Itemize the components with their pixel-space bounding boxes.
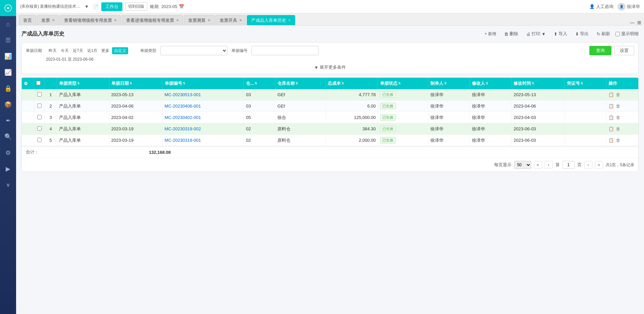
sidebar-item-analysis[interactable]: 📈 — [0, 64, 16, 80]
row-checkbox-2[interactable] — [37, 104, 42, 108]
row-number-link-5[interactable]: MC-20230319-001 — [165, 138, 201, 143]
row-number-link-4[interactable]: MC-20230319-002 — [165, 126, 201, 131]
sidebar-item-doc[interactable]: ☰ — [0, 32, 16, 48]
switch-version-btn[interactable]: 切到旧版 — [125, 2, 147, 11]
row-number-3[interactable]: MC-20230402-001 — [162, 112, 244, 123]
row-number-2[interactable]: MC-20230406-001 — [162, 101, 244, 112]
row-delete-icon-3[interactable]: 🗑 — [616, 115, 620, 120]
page-first-btn[interactable]: « — [534, 161, 542, 169]
export-btn[interactable]: ⬇ 导出 — [573, 29, 591, 38]
th-number[interactable]: 单据编号 ⇅ — [162, 78, 244, 89]
company-dropdown-btn[interactable]: ▼ — [83, 3, 90, 10]
tab-check-sales-vat-close[interactable]: ✕ — [114, 18, 117, 22]
user-menu[interactable]: 👤 徐泽华 — [618, 3, 640, 11]
row-number-1[interactable]: MC-20230513-001 — [162, 89, 244, 101]
row-edit-icon-1[interactable]: 📋 — [608, 92, 614, 97]
tab-minimize-btn[interactable]: — — [630, 20, 635, 25]
row-edit-icon-5[interactable]: 📋 — [608, 138, 614, 143]
th-voucher[interactable]: 凭证号 ⇅ — [565, 78, 606, 89]
filter-settings-btn[interactable]: 设置 — [614, 46, 634, 55]
help-btn[interactable]: 👤 人工咨询 — [589, 4, 613, 10]
tab-invoice-close[interactable]: ✕ — [52, 18, 55, 22]
number-input[interactable] — [252, 46, 319, 55]
row-checkbox-4[interactable] — [37, 126, 42, 131]
page-prev-btn[interactable]: ‹ — [545, 161, 553, 169]
date-7days-btn[interactable]: 近7天 — [71, 47, 85, 54]
row-checkbox-1[interactable] — [37, 92, 42, 97]
sidebar-item-chart[interactable]: 📊 — [0, 48, 16, 64]
th-warehouse-name[interactable]: 仓库名称 ⇅ — [275, 78, 326, 89]
tab-invoice-calc-close[interactable]: ✕ — [208, 18, 210, 22]
per-page-select[interactable]: 50 100 — [514, 161, 531, 169]
row-check-1[interactable] — [34, 89, 45, 101]
row-number-link-3[interactable]: MC-20230402-001 — [165, 115, 201, 120]
tab-invoice[interactable]: 发票 ✕ — [37, 15, 59, 25]
sidebar-item-settings[interactable]: ⚙ — [0, 145, 16, 161]
page-next-btn[interactable]: › — [584, 161, 592, 169]
row-number-4[interactable]: MC-20230319-002 — [162, 123, 244, 135]
delete-btn[interactable]: 🗑 删除 — [501, 29, 521, 38]
sidebar-item-lock[interactable]: 🔒 — [0, 80, 16, 97]
row-checkbox-5[interactable] — [37, 138, 42, 142]
th-modify-time[interactable]: 修改时间 ⇅ — [512, 78, 565, 89]
calendar-icon[interactable]: 📅 — [179, 4, 184, 9]
th-warehouse-code[interactable]: 仓... ⇅ — [244, 78, 275, 89]
th-creator[interactable]: 制单人 ⇅ — [428, 78, 470, 89]
date-1month-btn[interactable]: 近1月 — [86, 47, 99, 54]
refresh-btn[interactable]: ↻ 刷新 — [594, 29, 613, 38]
row-checkbox-3[interactable] — [37, 115, 42, 119]
tab-check-purchase-vat-close[interactable]: ✕ — [176, 18, 179, 22]
row-delete-icon-5[interactable]: 🗑 — [616, 138, 620, 143]
row-number-5[interactable]: MC-20230319-001 — [162, 135, 244, 146]
th-modifier[interactable]: 修改人 ⇅ — [470, 78, 512, 89]
date-yesterday-btn[interactable]: 昨天 — [47, 47, 58, 54]
th-type[interactable]: 单据类型 ⇅ — [57, 78, 109, 89]
tab-product-inbound-close[interactable]: ✕ — [288, 18, 291, 22]
type-select[interactable] — [160, 46, 227, 55]
tab-check-purchase-vat[interactable]: 查看进项增值税专用发票 ✕ — [122, 15, 183, 25]
th-settings[interactable]: ⚙ — [22, 78, 34, 89]
row-number-link-1[interactable]: MC-20230513-001 — [165, 92, 201, 97]
row-edit-icon-2[interactable]: 📋 — [608, 104, 614, 109]
row-edit-icon-4[interactable]: 📋 — [608, 126, 614, 131]
row-check-5[interactable] — [34, 135, 45, 146]
query-btn[interactable]: 查询 — [589, 46, 611, 55]
sidebar-item-home[interactable]: ⌂ — [0, 16, 16, 32]
th-check[interactable] — [34, 78, 45, 89]
tab-invoice-open[interactable]: 发票开具 ✕ — [215, 15, 246, 25]
row-delete-icon-1[interactable]: 🗑 — [616, 92, 620, 97]
page-input[interactable] — [562, 161, 575, 169]
row-delete-icon-4[interactable]: 🗑 — [616, 126, 620, 131]
tab-invoice-calc[interactable]: 发票测算 ✕ — [184, 15, 215, 25]
row-check-2[interactable] — [34, 101, 45, 112]
row-delete-icon-2[interactable]: 🗑 — [616, 104, 620, 109]
sidebar-item-version[interactable]: V — [0, 177, 16, 193]
select-all-checkbox[interactable] — [36, 81, 41, 85]
tab-maximize-btn[interactable]: ⊞ — [637, 20, 641, 25]
th-total-cost[interactable]: 总成本 ⇅ — [326, 78, 378, 89]
page-last-btn[interactable]: » — [595, 161, 603, 169]
row-check-3[interactable] — [34, 112, 45, 123]
import-btn[interactable]: ⬆ 导入 — [551, 29, 570, 38]
sidebar-item-stamp[interactable]: ✒ — [0, 113, 16, 129]
row-edit-icon-3[interactable]: 📋 — [608, 115, 614, 120]
date-today-btn[interactable]: 今天 — [59, 47, 70, 54]
row-check-4[interactable] — [34, 123, 45, 135]
tab-check-sales-vat[interactable]: 查看销项增值税专用发票 ✕ — [60, 15, 121, 25]
sidebar-item-inventory[interactable]: 📦 — [0, 97, 16, 113]
show-detail-checkbox[interactable] — [615, 32, 620, 36]
date-more-btn[interactable]: 更多 — [100, 47, 111, 54]
th-date[interactable]: 单据日期 ⇅ — [109, 78, 162, 89]
date-custom-btn[interactable]: 自定义 — [112, 47, 128, 54]
sidebar-item-video[interactable]: ▶ — [0, 161, 16, 177]
expand-more-btn[interactable]: ▼ 展开更多条件 — [314, 64, 346, 70]
tab-product-inbound[interactable]: 产成品入库单历史 ✕ — [247, 15, 295, 25]
tab-home[interactable]: 首页 — [19, 15, 36, 25]
print-btn[interactable]: 🖨 打印 ▼ — [524, 29, 548, 38]
workspace-btn[interactable]: 工作台 — [101, 2, 122, 11]
row-number-link-2[interactable]: MC-20230406-001 — [165, 104, 201, 109]
sidebar-item-query[interactable]: 🔍 — [0, 129, 16, 145]
th-status[interactable]: 单据状态 ⇅ — [378, 78, 428, 89]
tab-invoice-open-close[interactable]: ✕ — [239, 18, 242, 22]
new-btn[interactable]: + 新增 — [482, 30, 499, 38]
